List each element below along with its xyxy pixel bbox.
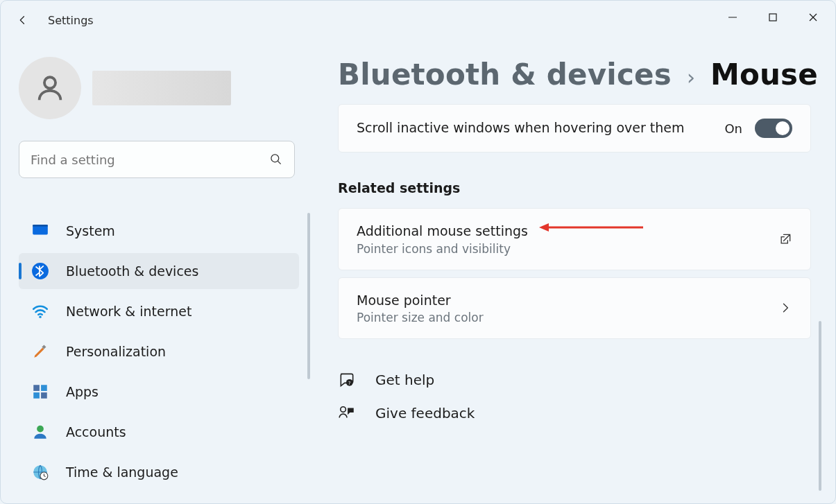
paintbrush-icon [31, 342, 49, 360]
toggle-knob [776, 121, 790, 135]
close-icon [808, 12, 818, 22]
profile-name-redacted [92, 71, 231, 105]
svg-point-9 [32, 263, 49, 279]
main-scrollbar[interactable] [819, 321, 821, 491]
apps-icon [31, 383, 49, 401]
sidebar-item-label: Time & language [66, 464, 178, 480]
svg-rect-12 [33, 385, 40, 391]
sidebar-scrollbar[interactable] [307, 213, 310, 379]
svg-rect-13 [41, 385, 47, 391]
help-link-label: Get help [375, 372, 434, 388]
sidebar-item-time-language[interactable]: Time & language [19, 454, 299, 490]
toggle-state-label: On [724, 121, 742, 136]
svg-point-4 [44, 77, 56, 88]
chevron-right-icon [778, 301, 792, 315]
person-icon [34, 72, 66, 104]
close-button[interactable] [795, 3, 831, 31]
svg-point-10 [39, 315, 41, 318]
avatar [19, 57, 81, 119]
profile-block[interactable] [19, 56, 296, 120]
svg-point-16 [37, 426, 44, 433]
svg-rect-15 [41, 392, 47, 399]
window-controls [715, 3, 831, 31]
related-additional-mouse-settings[interactable]: Additional mouse settings Pointer icons … [338, 208, 811, 270]
sidebar-item-system[interactable]: System [19, 213, 299, 249]
sidebar-item-apps[interactable]: Apps [19, 374, 299, 410]
main-content: Bluetooth & devices › Mouse Scroll inact… [338, 58, 821, 503]
breadcrumb-current: Mouse [710, 58, 818, 92]
search-input[interactable] [31, 153, 269, 167]
sidebar-item-label: Bluetooth & devices [66, 263, 198, 279]
breadcrumb: Bluetooth & devices › Mouse [338, 58, 821, 92]
sidebar: System Bluetooth & devices Network & int… [19, 56, 296, 503]
help-link-label: Give feedback [375, 405, 475, 422]
app-title: Settings [48, 14, 94, 27]
search-icon [269, 153, 283, 166]
setting-title: Scroll inactive windows when hovering ov… [357, 119, 710, 137]
arrow-left-icon [17, 14, 29, 26]
sidebar-item-label: Apps [66, 384, 99, 399]
related-item-subtitle: Pointer icons and visibility [357, 242, 765, 256]
sidebar-item-label: Accounts [66, 424, 126, 440]
related-item-subtitle: Pointer size and color [357, 311, 765, 324]
feedback-icon [338, 404, 356, 422]
maximize-icon [768, 12, 778, 22]
help-chat-icon: ? [338, 371, 356, 389]
search-box[interactable] [19, 141, 295, 178]
monitor-icon [31, 222, 49, 240]
back-button[interactable] [6, 3, 40, 37]
maximize-button[interactable] [755, 3, 791, 31]
breadcrumb-parent[interactable]: Bluetooth & devices [338, 58, 672, 92]
setting-scroll-inactive[interactable]: Scroll inactive windows when hovering ov… [338, 104, 811, 153]
titlebar: Settings [1, 1, 835, 40]
get-help-link[interactable]: ? Get help [338, 371, 821, 389]
nav-list: System Bluetooth & devices Network & int… [19, 213, 299, 490]
clock-globe-icon [31, 463, 49, 481]
related-item-title: Additional mouse settings [357, 223, 765, 241]
breadcrumb-separator-icon: › [687, 65, 695, 89]
related-item-title: Mouse pointer [357, 292, 765, 310]
related-settings-heading: Related settings [338, 180, 821, 195]
bluetooth-icon [31, 262, 49, 280]
sidebar-item-personalization[interactable]: Personalization [19, 333, 299, 370]
svg-line-6 [278, 162, 281, 164]
svg-text:?: ? [348, 381, 350, 386]
open-external-icon [778, 232, 792, 246]
accounts-icon [31, 423, 49, 441]
give-feedback-link[interactable]: Give feedback [338, 404, 821, 422]
related-mouse-pointer[interactable]: Mouse pointer Pointer size and color [338, 277, 811, 340]
svg-point-5 [271, 155, 279, 162]
minimize-icon [728, 12, 737, 22]
help-links: ? Get help Give feedback [338, 371, 821, 422]
minimize-button[interactable] [715, 3, 751, 31]
svg-point-23 [341, 407, 346, 412]
sidebar-item-bluetooth-devices[interactable]: Bluetooth & devices [19, 253, 299, 289]
toggle-switch[interactable] [755, 119, 792, 138]
sidebar-item-label: Network & internet [66, 304, 191, 319]
sidebar-item-network[interactable]: Network & internet [19, 293, 299, 329]
wifi-icon [31, 302, 49, 320]
sidebar-item-label: Personalization [66, 344, 166, 359]
svg-rect-1 [769, 14, 776, 21]
svg-rect-14 [33, 392, 40, 399]
sidebar-item-accounts[interactable]: Accounts [19, 414, 299, 450]
svg-rect-8 [33, 225, 48, 226]
sidebar-item-label: System [66, 223, 115, 238]
